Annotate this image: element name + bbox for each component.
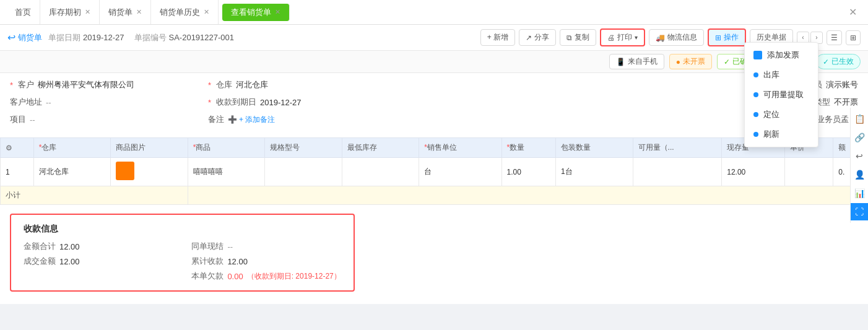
doc-meta: 单据日期 2019-12-27 单据编号 SA-20191227-001 (48, 32, 234, 43)
form-row-2: 客户地址 -- * 收款到期日 2019-12-27 * 票据类型 不开票 (10, 97, 858, 108)
tab-view-sales[interactable]: 查看销货单 ✕ (222, 4, 290, 21)
cell-unit-price (784, 158, 833, 186)
product-image (116, 162, 134, 180)
dropdown-menu: 添加发票 出库 可用量提取 定位 刷新 (744, 42, 818, 147)
plus-icon: ➕ (228, 115, 237, 124)
col-sales-unit: *销售单位 (419, 138, 501, 158)
phone-icon: 📱 (616, 58, 625, 66)
col-warehouse: *仓库 (33, 138, 111, 158)
tab-close-history[interactable]: ✕ (204, 8, 209, 16)
col-product-img: 商品图片 (111, 138, 188, 158)
print-icon: 🖨 (607, 33, 615, 42)
cell-sales-unit: 台 (419, 158, 501, 186)
not-open-button[interactable]: ● 未开票 (669, 54, 712, 69)
doc-date-field: 单据日期 2019-12-27 (48, 32, 124, 43)
customer-field: * 客户 柳州粤港平安气体有限公司 (10, 79, 196, 90)
summary-title: 收款信息 (24, 224, 341, 235)
copy-button[interactable]: ⧉ 复制 (560, 29, 596, 46)
locate-icon (753, 112, 758, 117)
col-spec: 规格型号 (265, 138, 342, 158)
sidebar-return-icon[interactable]: ↩ (851, 147, 868, 165)
cell-no: 1 (1, 158, 34, 186)
sidebar-user-icon[interactable]: 👤 (851, 166, 868, 183)
cell-min-stock (342, 158, 419, 186)
tab-home[interactable]: 首页 (6, 0, 40, 24)
secondary-toolbar: 📱 来自手机 ● 未开票 ✓ 已确认 ✓ 已核销 ✓ 已生效 (0, 51, 868, 73)
tab-sales-history[interactable]: 销货单历史 ✕ (151, 0, 219, 24)
share-button[interactable]: ↗ 分享 (519, 29, 556, 46)
share-icon: ↗ (526, 33, 532, 42)
tab-close-inventory[interactable]: ✕ (85, 8, 90, 16)
sidebar-copy-icon[interactable]: 📋 (851, 110, 868, 128)
document-container: ↩ 销货单 单据日期 2019-12-27 单据编号 SA-20191227-0… (0, 25, 868, 304)
subtotal-label-cell: 小计 (1, 186, 188, 205)
subtotal-row: 小计 (1, 186, 868, 205)
transaction-row: 成交金额 12.00 (24, 256, 173, 267)
tab-bar-close-button[interactable]: ✕ (844, 6, 862, 18)
tab-close-view-sales[interactable]: ✕ (275, 8, 280, 16)
col-product: *商品 (188, 138, 265, 158)
total-row: 金额合计 12.00 (24, 241, 173, 252)
sidebar-link-icon[interactable]: 🔗 (851, 129, 868, 146)
col-pack-qty: 包装数量 (556, 138, 633, 158)
table-row: 1 河北仓库 嘻嘻嘻嘻 台 1.00 1台 12.00 (1, 158, 868, 186)
doc-type-badge: ↩ 销货单 (7, 32, 42, 43)
grid-icon: ⊞ (715, 33, 721, 42)
doc-title-area: ↩ 销货单 单据日期 2019-12-27 单据编号 SA-20191227-0… (7, 32, 475, 43)
due-row: 本单欠款 0.00 （收款到期日: 2019-12-27） (191, 271, 341, 282)
cell-avail-qty (633, 158, 722, 186)
cell-warehouse: 河北仓库 (33, 158, 111, 186)
view-toggle-list[interactable]: ☰ (827, 30, 842, 45)
due-date-field: * 收款到期日 2019-12-27 (208, 97, 344, 108)
check-icon: ✓ (724, 58, 730, 66)
address-field: 客户地址 -- (10, 97, 196, 108)
table-header-row: ⚙ *仓库 商品图片 *商品 规格型号 最低库存 *销售单位 *数量 包装数量 … (1, 138, 868, 158)
form-row-3: 项目 -- 备注 ➕ + 添加备注 * 业务员孟 -- (10, 114, 858, 125)
dropdown-locate[interactable]: 定位 (745, 105, 818, 124)
cell-stock: 12.00 (722, 158, 785, 186)
doc-number-field: 单据编号 SA-20191227-001 (134, 32, 235, 43)
col-avail-qty: 可用量（... (633, 138, 722, 158)
tab-inventory-init[interactable]: 库存期初 ✕ (40, 0, 100, 24)
tab-sales-order[interactable]: 销货单 ✕ (100, 0, 151, 24)
summary-section: 收款信息 金额合计 12.00 同单现结 -- 成交金额 12.00 (0, 205, 868, 304)
tab-close-sales[interactable]: ✕ (136, 8, 142, 16)
print-button[interactable]: 🖨 打印 ▾ (600, 28, 645, 46)
add-note-button[interactable]: ➕ + 添加备注 (228, 115, 275, 125)
dropdown-available-qty[interactable]: 可用量提取 (745, 85, 818, 105)
col-settings[interactable]: ⚙ (1, 138, 34, 158)
sidebar-chart-icon[interactable]: 📊 (851, 185, 868, 202)
cell-product-img (111, 158, 188, 186)
dropdown-refresh[interactable]: 刷新 (745, 124, 818, 144)
form-section: * 客户 柳州粤港平安气体有限公司 * 仓库 河北仓库 业务员 演示账号 客户地… (0, 73, 868, 137)
from-phone-button[interactable]: 📱 来自手机 (609, 54, 664, 69)
ticket-icon: ● (676, 58, 680, 66)
operate-button[interactable]: ⊞ 操作 (708, 28, 746, 46)
tab-bar: 首页 库存期初 ✕ 销货单 ✕ 销货单历史 ✕ 查看销货单 ✕ ✕ (0, 0, 868, 25)
dropdown-add-invoice[interactable]: 添加发票 (745, 45, 818, 65)
project-field: 项目 -- (10, 114, 196, 125)
warehouse-field: * 仓库 河北仓库 (208, 79, 344, 90)
qty-icon (753, 92, 758, 97)
cell-pack-qty: 1台 (556, 158, 633, 186)
cumulative-row: 累计收款 12.00 (191, 256, 341, 267)
table-wrapper: ⚙ *仓库 商品图片 *商品 规格型号 最低库存 *销售单位 *数量 包装数量 … (0, 137, 868, 205)
doc-toolbar: ↩ 销货单 单据日期 2019-12-27 单据编号 SA-20191227-0… (0, 25, 868, 51)
col-min-stock: 最低库存 (342, 138, 419, 158)
settings-icon[interactable]: ⚙ (6, 144, 12, 152)
invoice-icon (753, 51, 762, 59)
product-table: ⚙ *仓库 商品图片 *商品 规格型号 最低库存 *销售单位 *数量 包装数量 … (0, 137, 868, 205)
dropdown-outbound[interactable]: 出库 (745, 65, 818, 85)
sidebar-expand-icon[interactable]: ⛶ (851, 203, 868, 220)
right-sidebar: 📋 🔗 ↩ 👤 📊 ⛶ (850, 108, 868, 223)
cell-product: 嘻嘻嘻嘻 (188, 158, 265, 186)
view-toggle-grid[interactable]: ⊞ (846, 30, 861, 45)
summary-grid: 金额合计 12.00 同单现结 -- 成交金额 12.00 累计收款 12.00 (24, 241, 341, 282)
print-dropdown-arrow: ▾ (635, 34, 638, 41)
subtotal-value-cell (188, 186, 867, 205)
doc-type-label: 销货单 (18, 32, 42, 43)
new-button[interactable]: + 新增 (480, 29, 515, 46)
logistics-button[interactable]: 🚚 物流信息 (649, 29, 704, 46)
effect-status-button[interactable]: ✓ 已生效 (816, 54, 861, 69)
outbound-icon (753, 72, 758, 77)
